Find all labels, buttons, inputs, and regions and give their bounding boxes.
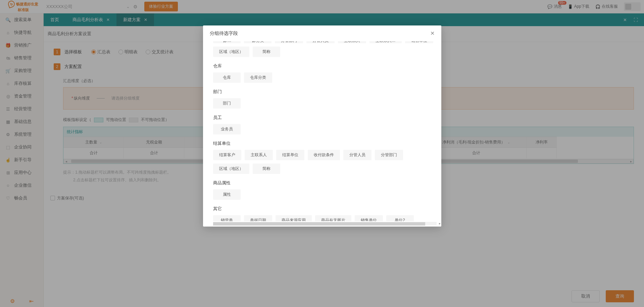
modal-title: 分组待选字段 [210,30,238,37]
field-chip[interactable]: 省/… [213,41,241,43]
field-chip[interactable]: 主联系人 [245,150,273,160]
field-group: 商品属性属性 [213,180,437,200]
field-chip[interactable]: 省/分类 [244,41,271,43]
field-chip[interactable]: 属性 [213,189,241,200]
field-group: 部门部门 [213,89,437,109]
modal: 分组待选字段 ✕ 省/…省/分类分管部门分管人员主联系人主联系人…销售单位 区域… [203,25,441,227]
modal-body: 省/…省/分类分管部门分管人员主联系人主联系人…销售单位 区域（地区）简称 仓库… [203,41,441,221]
field-chip[interactable]: 商品来源应用 [276,215,312,221]
modal-horizontal-scrollbar[interactable]: ▸ [213,222,437,225]
field-chip[interactable]: 结算客户 [213,150,241,160]
field-chip[interactable]: 简称 [253,47,280,57]
field-chip[interactable]: 销售单位 [355,215,383,221]
field-group: 仓库仓库仓库分类 [213,63,437,83]
field-chip[interactable]: 结算单位 [276,150,304,160]
field-chip[interactable]: 部门 [213,98,241,109]
field-chip[interactable]: 仓库分类 [244,72,272,83]
field-chip[interactable]: 简称 [253,164,280,174]
field-group-title: 仓库 [213,63,437,69]
field-chip[interactable]: 主联系人… [369,41,402,43]
field-chip[interactable]: 单位2 [386,215,414,221]
field-chip[interactable]: 业务员 [213,124,241,134]
field-group: 员工业务员 [213,115,437,134]
field-group-title: 商品属性 [213,180,437,186]
field-chip[interactable]: 单据日期 [244,215,272,221]
field-chip[interactable]: 分管人员 [343,150,371,160]
field-chip[interactable]: 商品有无图片 [315,215,351,221]
field-group-title: 其它 [213,206,437,212]
field-chip[interactable]: 仓库 [213,72,241,83]
field-chip[interactable]: 分管部门 [275,41,303,43]
modal-mask: 分组待选字段 ✕ 省/…省/分类分管部门分管人员主联系人主联系人…销售单位 区域… [0,0,644,307]
field-chip[interactable]: 销售单位 [405,41,433,43]
field-chip[interactable]: 区域（地区） [213,47,249,57]
field-group: 其它销货单单据日期商品来源应用商品有无图片销售单位单位2主计量制单人审核人出库人… [213,206,437,221]
field-chip[interactable]: 主联系人 [338,41,366,43]
field-group-title: 结算单位 [213,140,437,146]
modal-header: 分组待选字段 ✕ [203,25,441,41]
field-chip[interactable]: 销货单 [213,215,241,221]
field-group-title: 员工 [213,115,437,121]
field-group-title: 部门 [213,89,437,95]
field-chip[interactable]: 分管部门 [375,150,403,160]
field-chip[interactable]: 收付款条件 [308,150,340,160]
modal-close-button[interactable]: ✕ [430,30,435,37]
field-chip[interactable]: 区域（地区） [213,164,249,174]
field-group: 结算单位结算客户主联系人结算单位收付款条件分管人员分管部门区域（地区）简称 [213,140,437,174]
field-chip[interactable]: 分管人员 [306,41,335,43]
